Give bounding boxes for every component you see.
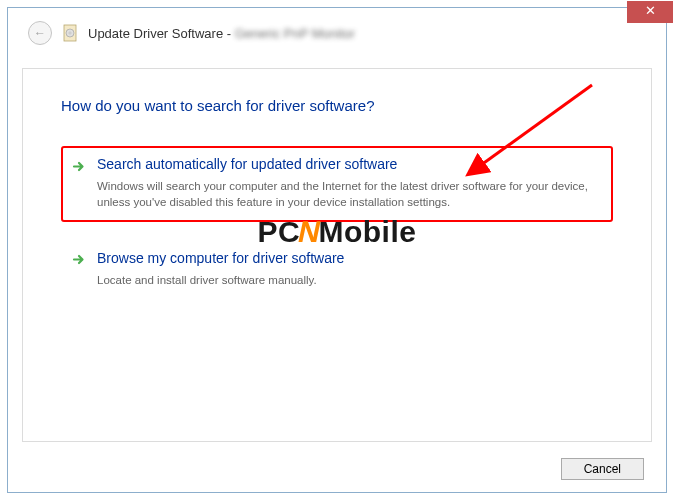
svg-point-2 <box>69 32 71 34</box>
option-auto-title: Search automatically for updated driver … <box>97 155 397 175</box>
arrow-right-icon <box>71 158 87 174</box>
driver-update-dialog: ✕ ← Update Driver Software - Generic PnP… <box>7 7 667 493</box>
dialog-title: Update Driver Software - Generic PnP Mon… <box>88 26 355 41</box>
dialog-header: ← Update Driver Software - Generic PnP M… <box>8 8 666 58</box>
option-browse-title: Browse my computer for driver software <box>97 249 344 269</box>
title-text: Update Driver Software - <box>88 26 235 41</box>
option-browse-description: Locate and install driver software manua… <box>71 272 603 289</box>
device-name: Generic PnP Monitor <box>235 26 355 41</box>
main-heading: How do you want to search for driver sof… <box>61 97 613 114</box>
dialog-footer: Cancel <box>561 458 644 480</box>
close-button[interactable]: ✕ <box>627 1 673 23</box>
back-arrow-icon: ← <box>34 26 46 40</box>
back-button[interactable]: ← <box>28 21 52 45</box>
dialog-content: How do you want to search for driver sof… <box>22 68 652 442</box>
arrow-right-icon <box>71 252 87 268</box>
cancel-button[interactable]: Cancel <box>561 458 644 480</box>
option-auto-description: Windows will search your computer and th… <box>71 178 603 211</box>
option-browse-computer[interactable]: Browse my computer for driver software L… <box>61 240 613 299</box>
option-search-automatically[interactable]: Search automatically for updated driver … <box>61 146 613 222</box>
close-icon: ✕ <box>645 3 656 18</box>
driver-disc-icon <box>62 23 78 43</box>
